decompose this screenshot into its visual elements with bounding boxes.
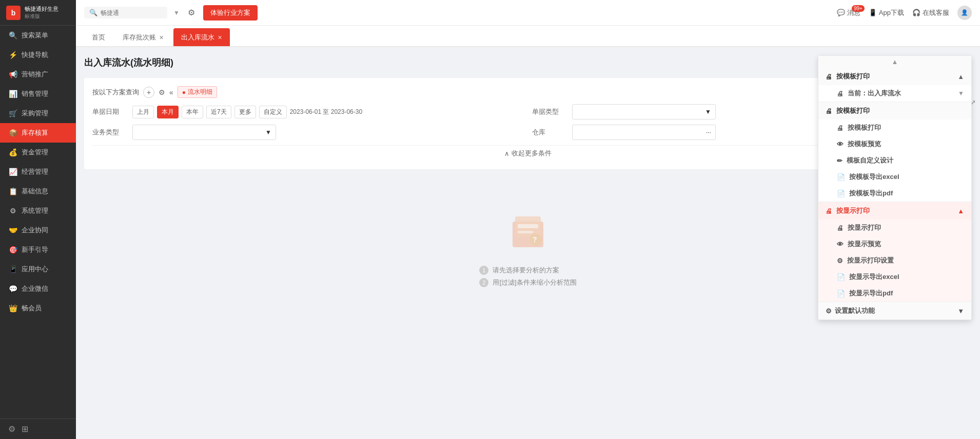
tip-1-text: 请先选择要分析的方案 [493,266,559,275]
filter-settings-icon[interactable]: ⚙ [159,88,165,96]
tab-batch-account-close[interactable]: ✕ [159,34,164,41]
item-display-print-label: 按显示打印 [848,223,881,232]
item-display-pdf-icon: 📄 [837,290,845,297]
base-icon: 📋 [8,187,17,196]
sidebar-item-purchase[interactable]: 🛒 采购管理 [0,104,76,123]
item-template-design-label: 模板自定义设计 [847,156,893,165]
page-title-actions: 🖨 按模板打印 ▲ ↑ 导出 ↻ 刷新 ▲ [858,55,972,70]
dropdown-item-display-print[interactable]: 🖨 按显示打印 [818,220,971,236]
sidebar: b 畅捷通好生意 标准版 🔍 搜索菜单 ⚡ 快捷导航 📢 营销推广 📊 销售管理… [0,0,76,439]
dropdown-current-toggle[interactable]: ▲ [957,73,964,81]
sidebar-item-inventory[interactable]: 📦 库存核算 [0,123,76,143]
dropdown-current-label: 🖨 按模板打印 [826,72,870,81]
dropdown-item-display-excel[interactable]: 📄 按显示导出excel [818,269,971,285]
sidebar-item-system[interactable]: ⚙ 系统管理 [0,201,76,221]
dropdown-item-display-preview[interactable]: 👁 按显示预览 [818,236,971,252]
date-btn-7days[interactable]: 近7天 [206,106,231,118]
filter-date-group: 上月 本月 本年 近7天 更多 自定义 2023-06-01 至 2023-06… [132,106,362,118]
filter-date-label: 单据日期 [92,107,128,116]
dropdown-display-section: 🖨 按显示打印 ▲ 🖨 按显示打印 👁 按显 [818,202,971,302]
filter-add-button[interactable]: + [143,87,154,98]
collapse-up-icon: ∧ [504,150,509,157]
dropdown-current-header[interactable]: 🖨 按模板打印 ▲ [818,68,971,85]
dropdown-current-value[interactable]: 🖨 当前：出入库流水 ▼ [818,85,971,102]
sidebar-item-sales[interactable]: 📊 销售管理 [0,84,76,104]
sidebar-item-app-center[interactable]: 📱 应用中心 [0,260,76,279]
dropdown-template-section: 🖨 按模板打印 🖨 按模板打印 👁 按模板预览 [818,102,971,202]
dropdown-item-template-preview[interactable]: 👁 按模板预览 [818,136,971,152]
tab-batch-account[interactable]: 库存批次账 ✕ [115,28,171,46]
topbar-search-box[interactable]: 🔍 [84,7,167,18]
trial-button[interactable]: 体验行业方案 [203,5,258,21]
sidebar-item-quick-nav[interactable]: ⚡ 快捷导航 [0,45,76,65]
filter-doc-type-select[interactable]: ▼ [572,104,716,119]
item-display-settings-label: 按显示打印设置 [847,256,894,265]
item-template-design-icon: ✏ [837,157,842,165]
tab-flow[interactable]: 出入库流水 ✕ [173,28,230,46]
tab-home[interactable]: 首页 [84,28,113,46]
customer-service-icon: 🎧 [912,9,920,16]
sidebar-item-label-inventory: 库存核算 [22,128,48,137]
tip-2-num: 2 [479,278,488,287]
sidebar-item-label-marketing: 营销推广 [22,70,48,79]
sidebar-menu-scroll: 🔍 搜索菜单 ⚡ 快捷导航 📢 营销推广 📊 销售管理 🛒 采购管理 📦 库存核… [0,26,76,418]
message-icon: 💬 [837,9,845,16]
app-download-button[interactable]: 📱 App下载 [869,8,904,17]
topbar-dropdown-icon[interactable]: ▼ [173,9,180,16]
date-btn-this-month[interactable]: 本月 [157,106,179,118]
template-print-dropdown: ▲ 🖨 按模板打印 ▲ 🖨 [818,55,972,320]
filter-warehouse-select[interactable]: ··· [572,125,716,140]
topbar-search-input[interactable] [101,9,162,16]
sidebar-item-label-membership: 畅会员 [22,304,42,313]
dropdown-item-template-pdf[interactable]: 📄 按模板导出pdf [818,185,971,202]
sidebar-item-cooperation[interactable]: 🤝 企业协同 [0,221,76,240]
sidebar-item-operations[interactable]: 📈 经营管理 [0,162,76,182]
tip-1-num: 1 [479,266,488,275]
topbar: 🔍 ▼ ⚙ 体验行业方案 💬 消息 99+ 📱 App下载 🎧 在线客服 👤 [76,0,980,26]
item-display-excel-icon: 📄 [837,273,845,281]
sidebar-item-guide[interactable]: 🎯 新手引导 [0,240,76,260]
sidebar-item-wechat[interactable]: 💬 企业微信 [0,279,76,298]
dropdown-display-toggle[interactable]: ▲ [957,207,964,215]
search-icon: 🔍 [8,31,17,40]
tab-flow-close[interactable]: ✕ [218,34,222,41]
sidebar-settings-icon[interactable]: ⚙ [8,424,15,434]
sidebar-item-membership[interactable]: 👑 畅会员 [0,298,76,318]
customer-service-button[interactable]: 🎧 在线客服 [912,8,949,17]
display-section-title: 按显示打印 [836,206,870,215]
filter-active-tag[interactable]: ● 流水明细 [178,86,217,98]
dropdown-footer-label: 设置默认功能 [835,306,875,315]
date-btn-custom[interactable]: 自定义 [259,106,287,118]
dropdown-item-display-pdf[interactable]: 📄 按显示导出pdf [818,285,971,302]
dropdown-item-display-settings[interactable]: ⚙ 按显示打印设置 [818,252,971,269]
filter-collapse-icon[interactable]: « [169,88,173,96]
current-section-icon: 🖨 [826,73,832,81]
dropdown-item-template-design[interactable]: ✏ 模板自定义设计 [818,152,971,169]
dropdown-footer[interactable]: ⚙ 设置默认功能 ▼ [818,302,971,320]
dropdown-item-template-excel[interactable]: 📄 按模板导出excel [818,169,971,185]
filter-business-type-select[interactable]: ▼ [132,125,276,140]
sidebar-item-marketing[interactable]: 📢 营销推广 [0,65,76,84]
topbar-gear-icon[interactable]: ⚙ [188,8,195,17]
empty-tip-1: 1 请先选择要分析的方案 [479,266,576,275]
purchase-icon: 🛒 [8,109,17,118]
sidebar-item-search[interactable]: 🔍 搜索菜单 [0,26,76,45]
membership-icon: 👑 [8,304,17,313]
customer-service-label: 在线客服 [923,8,949,17]
empty-tip-2: 2 用[过滤]条件来缩小分析范围 [479,278,576,287]
user-avatar[interactable]: 👤 [957,6,972,20]
sidebar-item-finance[interactable]: 💰 资金管理 [0,143,76,162]
sidebar-item-label-base: 基础信息 [22,187,48,196]
sidebar-fold-icon[interactable]: ⊞ [22,424,28,434]
dropdown-item-template-print[interactable]: 🖨 按模板打印 [818,119,971,136]
panel-scroll-up[interactable]: ▲ [818,56,971,68]
footer-arrow: ▼ [957,307,964,315]
sidebar-item-base[interactable]: 📋 基础信息 [0,182,76,201]
date-btn-this-year[interactable]: 本年 [182,106,203,118]
message-button[interactable]: 💬 消息 99+ [837,8,860,17]
dropdown-display-header[interactable]: 🖨 按显示打印 ▲ [818,202,971,220]
date-btn-last-month[interactable]: 上月 [132,106,154,118]
date-btn-more[interactable]: 更多 [234,106,256,118]
filter-business-type-field: 业务类型 ▼ [92,125,524,140]
dropdown-template-header[interactable]: 🖨 按模板打印 [818,102,971,119]
